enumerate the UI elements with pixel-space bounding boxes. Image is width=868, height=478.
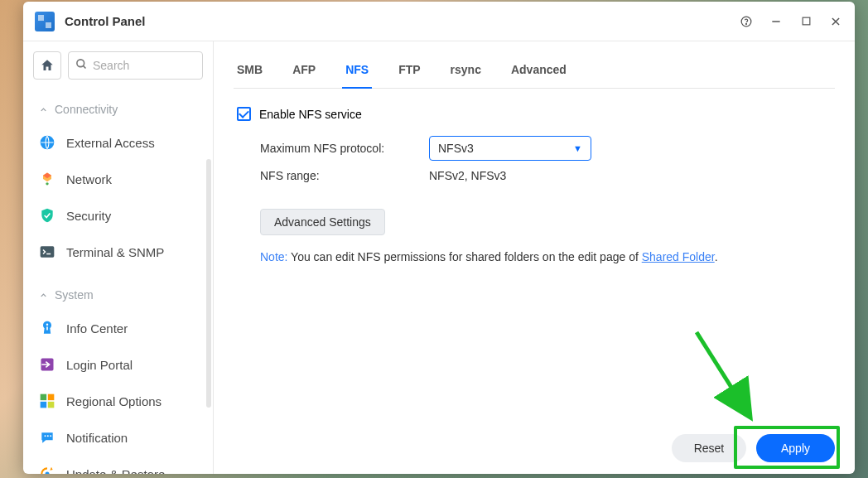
close-icon[interactable] xyxy=(828,14,843,29)
svg-rect-10 xyxy=(41,246,55,257)
nfs-content: Enable NFS service Maximum NFS protocol:… xyxy=(234,107,835,426)
sidebar-item-label: Security xyxy=(66,209,111,223)
sidebar-item-external-access[interactable]: External Access xyxy=(23,124,213,161)
tab-advanced[interactable]: Advanced xyxy=(508,58,570,88)
sidebar-item-terminal[interactable]: Terminal & SNMP xyxy=(23,234,213,270)
search-input[interactable] xyxy=(93,59,195,72)
nfs-note: Note: You can edit NFS permissions for s… xyxy=(260,250,835,263)
chevron-up-icon xyxy=(38,290,48,300)
maximize-icon[interactable] xyxy=(798,14,813,29)
sidebar-item-label: Login Portal xyxy=(66,358,133,372)
control-panel-window: Control Panel xyxy=(23,2,855,474)
svg-point-6 xyxy=(77,60,84,67)
sidebar-item-regional[interactable]: Regional Options xyxy=(23,383,213,419)
sidebar-item-label: External Access xyxy=(66,136,155,150)
nfs-range-label: NFS range: xyxy=(260,169,429,182)
svg-point-9 xyxy=(46,182,48,185)
login-icon xyxy=(38,355,56,374)
section-system[interactable]: System xyxy=(23,280,213,310)
regional-icon xyxy=(38,392,56,410)
sidebar-item-security[interactable]: Security xyxy=(23,197,213,234)
globe-icon xyxy=(38,133,56,152)
svg-rect-14 xyxy=(41,394,47,401)
sidebar-item-login-portal[interactable]: Login Portal xyxy=(23,346,213,383)
help-icon[interactable] xyxy=(739,14,754,29)
enable-nfs-checkbox[interactable] xyxy=(237,107,251,121)
svg-point-11 xyxy=(46,324,49,326)
notification-icon xyxy=(38,428,56,447)
section-label: Connectivity xyxy=(55,103,118,116)
sidebar-item-label: Regional Options xyxy=(66,394,162,408)
svg-point-18 xyxy=(45,435,46,437)
terminal-icon xyxy=(38,243,56,261)
network-icon xyxy=(38,170,56,188)
svg-rect-17 xyxy=(48,402,55,408)
search-box[interactable] xyxy=(68,51,203,80)
chevron-up-icon xyxy=(38,104,48,114)
note-text: You can edit NFS permissions for shared … xyxy=(287,250,641,263)
svg-point-1 xyxy=(746,23,747,24)
nfs-range-value: NFSv2, NFSv3 xyxy=(429,169,506,182)
sidebar-item-update-restore[interactable]: Update & Restore xyxy=(23,456,213,474)
sidebar-item-label: Terminal & SNMP xyxy=(66,245,164,259)
sidebar-item-label: Notification xyxy=(66,431,128,445)
max-protocol-label: Maximum NFS protocol: xyxy=(260,142,429,155)
footer-buttons: Reset Apply xyxy=(234,426,835,462)
main-panel: SMB AFP NFS FTP rsync Advanced Enable NF… xyxy=(214,41,855,474)
svg-line-7 xyxy=(83,65,85,68)
home-button[interactable] xyxy=(33,51,61,80)
minimize-icon[interactable] xyxy=(769,14,784,29)
apply-button[interactable]: Apply xyxy=(756,434,835,462)
tab-nfs[interactable]: NFS xyxy=(342,58,372,88)
note-suffix: . xyxy=(715,250,718,263)
sidebar-item-label: Network xyxy=(66,172,112,186)
tab-rsync[interactable]: rsync xyxy=(447,58,485,88)
section-connectivity[interactable]: Connectivity xyxy=(23,94,213,124)
svg-point-21 xyxy=(46,472,50,475)
svg-point-19 xyxy=(47,435,49,437)
section-label: System xyxy=(55,288,94,302)
sidebar-item-notification[interactable]: Notification xyxy=(23,419,213,456)
svg-rect-12 xyxy=(46,326,48,330)
sidebar-scrollbar[interactable] xyxy=(206,159,211,408)
svg-rect-15 xyxy=(48,394,55,401)
shared-folder-link[interactable]: Shared Folder xyxy=(642,250,715,263)
svg-rect-3 xyxy=(803,17,810,25)
caret-down-icon: ▼ xyxy=(573,143,582,153)
max-protocol-select[interactable]: NFSv3 ▼ xyxy=(429,136,591,161)
enable-nfs-label: Enable NFS service xyxy=(259,108,362,121)
sidebar-item-label: Update & Restore xyxy=(66,467,165,475)
sidebar-item-info-center[interactable]: Info Center xyxy=(23,310,213,346)
tab-ftp[interactable]: FTP xyxy=(395,58,423,88)
tab-smb[interactable]: SMB xyxy=(234,58,266,88)
reset-button[interactable]: Reset xyxy=(672,434,746,462)
tabs: SMB AFP NFS FTP rsync Advanced xyxy=(234,58,835,89)
sidebar-item-network[interactable]: Network xyxy=(23,161,213,197)
update-icon xyxy=(38,465,56,474)
app-icon xyxy=(35,12,55,31)
search-icon xyxy=(75,58,88,73)
sidebar: Connectivity External Access Network Sec… xyxy=(23,41,214,474)
max-protocol-value: NFSv3 xyxy=(438,142,474,155)
svg-rect-16 xyxy=(41,402,47,408)
shield-icon xyxy=(38,206,56,225)
advanced-settings-button[interactable]: Advanced Settings xyxy=(260,209,385,235)
window-controls xyxy=(739,14,843,29)
sidebar-item-label: Info Center xyxy=(66,321,128,336)
svg-point-20 xyxy=(50,435,51,437)
window-title: Control Panel xyxy=(65,14,146,28)
window-body: Connectivity External Access Network Sec… xyxy=(23,41,855,474)
info-icon xyxy=(38,319,56,337)
tab-afp[interactable]: AFP xyxy=(289,58,319,88)
titlebar: Control Panel xyxy=(23,2,855,41)
note-prefix: Note: xyxy=(260,250,287,263)
